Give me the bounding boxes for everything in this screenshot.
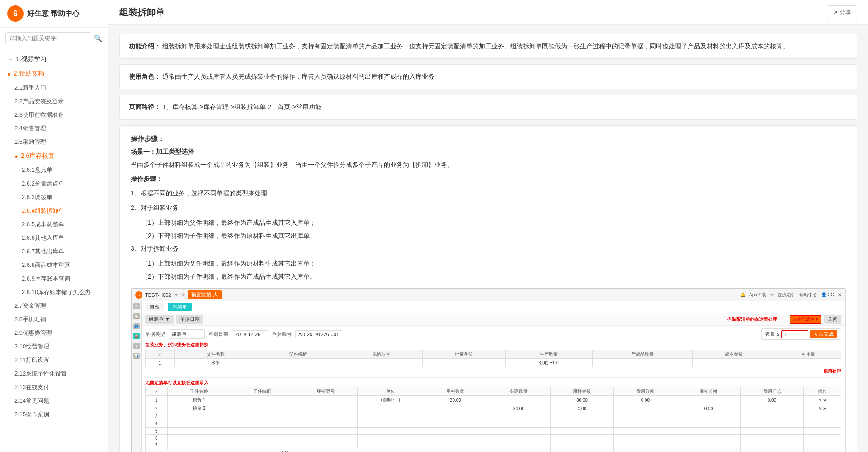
sidebar-item-2-6-1[interactable]: 2.6.1盘点单 bbox=[0, 163, 108, 177]
sidebar-item-2-6-6[interactable]: 2.6.6其他入库单 bbox=[0, 231, 108, 245]
sidebar-item-2-6-3[interactable]: 2.6.3调拨单 bbox=[0, 190, 108, 204]
mock-sub-col-check: ✓ bbox=[146, 387, 168, 396]
mock-sub-footer: 合计 0.00 0.00 0.00 0.00 bbox=[146, 449, 841, 452]
sidebar-item-2-7[interactable]: 2.7资金管理 bbox=[0, 299, 108, 313]
top-bar: 组装拆卸单 ↗ 分享 bbox=[108, 0, 868, 25]
sidebar-item-label: 2.帮助文档 bbox=[14, 70, 44, 78]
sidebar-item-2-10[interactable]: 2.10经营管理 bbox=[0, 340, 108, 353]
mock-tab-home: 自然 bbox=[145, 303, 164, 311]
mock-app-wrapper: ≡ 📋 👥 📦 $ 📊 自然 新增单 bbox=[132, 301, 845, 452]
sidebar-item-2-5[interactable]: 2.5采购管理 bbox=[0, 135, 108, 149]
mock-sub-col-amount: 用料金额 bbox=[550, 387, 613, 396]
mock-icon-3: 👥 bbox=[133, 323, 140, 329]
mock-cell-red bbox=[257, 359, 340, 367]
mock-date-val: 2019-12-26 bbox=[232, 330, 268, 338]
sidebar-item-2-8[interactable]: 2.8手机旺铺 bbox=[0, 313, 108, 326]
mock-docno-label: 单据编号 bbox=[272, 331, 292, 338]
main-content: 组装拆卸单 ↗ 分享 功能介绍： 组装拆卸单用来处理企业组装或拆卸等加工业务，支… bbox=[108, 0, 868, 452]
mock-dropdown-icon: ▼ bbox=[174, 292, 179, 298]
page-title: 组装拆卸单 bbox=[119, 6, 165, 19]
mock-arrow1 bbox=[779, 319, 788, 319]
mock-cell-spec bbox=[340, 359, 423, 367]
mock-annotation1-text: 有装配清单的在这里处理 bbox=[727, 316, 777, 323]
role-label: 使用角色： bbox=[129, 73, 160, 80]
mock-cell-avail bbox=[775, 359, 841, 367]
sidebar-item-2-12[interactable]: 2.12系统个性化设置 bbox=[0, 367, 108, 381]
mock-icon-6: 📊 bbox=[133, 353, 140, 359]
mock-sub-col-unit: 单位 bbox=[357, 387, 424, 396]
sidebar-item-2-6-4[interactable]: 2.6.4组装拆卸单 bbox=[0, 204, 108, 218]
mock-annotation-area: 有装配清单的在这里处理 选装配清单▼ bbox=[727, 315, 821, 324]
mock-right-icons: 🔔 App下载 ☆ 在线培训 帮助中心 👤 CC ✕ bbox=[740, 292, 841, 298]
sidebar-item-2-6-7[interactable]: 2.6.7其他出库单 bbox=[0, 245, 108, 258]
sidebar-item-2-6-8[interactable]: 2.6.8商品成本重算 bbox=[0, 258, 108, 272]
mock-generate-btn: 立采完成 bbox=[810, 330, 837, 338]
mock-refresh-icon: ⟳ bbox=[181, 292, 185, 297]
mock-select-bom-btn: 选装配清单▼ bbox=[790, 315, 821, 324]
sidebar-item-2-11[interactable]: 2.11打印设置 bbox=[0, 353, 108, 367]
path-label: 页面路径： bbox=[129, 103, 160, 110]
sidebar-item-2-6-9[interactable]: 2.6.9库存账本查询 bbox=[0, 272, 108, 285]
share-icon: ↗ bbox=[833, 9, 838, 16]
sidebar-item-2-6[interactable]: ● 2.6库存核算 bbox=[0, 149, 108, 163]
mock-sub-row-7: 7 bbox=[146, 442, 841, 449]
scene1-step1: 1、根据不同的业务，选择不同单据的类型来处理 bbox=[131, 188, 846, 199]
mock-logo: 6 bbox=[135, 291, 142, 299]
mock-left-icons: ≡ 📋 👥 📦 $ 📊 bbox=[132, 301, 142, 452]
mock-date-label: 单据日期 bbox=[208, 331, 228, 338]
mock-annotation2-area: 组装业务、拆卸业务在这里切换 bbox=[145, 342, 841, 348]
steps-block: 操作步骤： 场景一：加工类型选择 当由多个子件材料组装成一个成品的业务为【组装】… bbox=[119, 125, 857, 452]
sidebar: 6 好生意 帮助中心 🔍 ＋ 1.视频学习 ● 2.帮助文档 2.1新手入门 2… bbox=[0, 0, 108, 452]
sidebar-item-2-9[interactable]: 2.9优惠券管理 bbox=[0, 326, 108, 340]
content-area: 功能介绍： 组装拆卸单用来处理企业组装或拆卸等加工业务，支持有固定装配清单的产品… bbox=[108, 25, 868, 452]
mock-app: 6 TEST-H002 ▼ ⟳ 预置数据-大 🔔 App下载 ☆ 在线培训 帮助… bbox=[131, 288, 845, 452]
app-title: 好生意 帮助中心 bbox=[27, 9, 80, 19]
sidebar-item-2-2[interactable]: 2.2产品安装及登录 bbox=[0, 95, 108, 108]
sidebar-item-2-14[interactable]: 2.14常见问题 bbox=[0, 394, 108, 408]
mock-sub-row-5: 5 bbox=[146, 428, 841, 435]
mock-doc-type-select: 组装单 ▼ bbox=[145, 315, 174, 324]
sidebar-item-2-4[interactable]: 2.4销售管理 bbox=[0, 122, 108, 135]
mock-col-check: ✓ bbox=[146, 350, 175, 359]
sidebar-item-videos[interactable]: ＋ 1.视频学习 bbox=[0, 52, 108, 67]
sidebar-item-docs[interactable]: ● 2.帮助文档 bbox=[0, 67, 108, 81]
mock-col-parent-code: 父件编码 bbox=[257, 350, 340, 359]
mock-title-bar: 6 TEST-H002 ▼ ⟳ 预置数据-大 🔔 App下载 ☆ 在线培训 帮助… bbox=[132, 289, 845, 301]
sidebar-header: 6 好生意 帮助中心 bbox=[0, 0, 108, 28]
mock-col-finish-qty: 产成品数量 bbox=[593, 350, 693, 359]
mock-star-icon: ☆ bbox=[770, 292, 774, 297]
mock-cell-unit bbox=[423, 359, 505, 367]
search-input[interactable] bbox=[5, 32, 91, 44]
mock-cell-num: 1 bbox=[146, 359, 175, 367]
sidebar-item-2-3[interactable]: 2.3使用前数据准备 bbox=[0, 108, 108, 122]
mock-date-input: 单据日期 bbox=[176, 315, 203, 324]
mock-qty-label: 数量 ≤ bbox=[765, 331, 779, 338]
path-text: 1、库存核算->库存管理->组装拆卸单 2、首页->常用功能 bbox=[162, 103, 321, 110]
scene1-step3: 3、对于拆卸业务 bbox=[131, 243, 846, 254]
intro-block: 功能介绍： 组装拆卸单用来处理企业组装或拆卸等加工业务，支持有固定装配清单的产品… bbox=[119, 34, 857, 59]
mock-sub-col-code: 子件编码 bbox=[231, 387, 294, 396]
search-button[interactable]: 🔍 bbox=[94, 34, 103, 43]
mock-col-prod-qty: 生产数量 bbox=[505, 350, 593, 359]
mock-icon-2: 📋 bbox=[133, 313, 140, 319]
search-box[interactable]: 🔍 bbox=[0, 28, 108, 49]
mock-col-unit: 计量单位 bbox=[423, 350, 505, 359]
plus-icon: ＋ bbox=[7, 55, 13, 63]
sidebar-item-2-15[interactable]: 2.15操作案例 bbox=[0, 408, 108, 421]
mock-cell-parent-name: 米米 bbox=[174, 359, 257, 367]
mock-close-icon: ✕ bbox=[838, 292, 841, 297]
sidebar-item-2-6-5[interactable]: 2.6.5成本调整单 bbox=[0, 218, 108, 231]
scene1-step2: 2、对于组装业务 bbox=[131, 203, 846, 214]
scene1-step3-1: （1）上部明细为父件明细，最终作为原材料生成其它出库单； bbox=[142, 258, 846, 269]
intro-text: 组装拆卸单用来处理企业组装或拆卸等加工业务，支持有固定装配清单的产品加工业务，也… bbox=[162, 43, 789, 50]
mock-docno-val: AD-20191226-001 bbox=[295, 330, 342, 338]
sidebar-item-2-13[interactable]: 2.13在线支付 bbox=[0, 381, 108, 394]
scene1-title: 场景一：加工类型选择 bbox=[131, 148, 846, 156]
mock-close-btn: 关闭 bbox=[824, 315, 841, 324]
role-block: 使用角色： 通常由生产人员或库管人员完成拆装业务的操作，库管人员确认原材料的出库… bbox=[119, 64, 857, 89]
sidebar-item-2-6-2[interactable]: 2.6.2分量盘点单 bbox=[0, 177, 108, 190]
sidebar-item-2-6-10[interactable]: 2.6.10库存账本错了怎么办 bbox=[0, 285, 108, 299]
sidebar-item-2-1[interactable]: 2.1新手入门 bbox=[0, 81, 108, 95]
mock-notification-icon: 🔔 bbox=[740, 292, 745, 297]
share-button[interactable]: ↗ 分享 bbox=[827, 5, 857, 19]
